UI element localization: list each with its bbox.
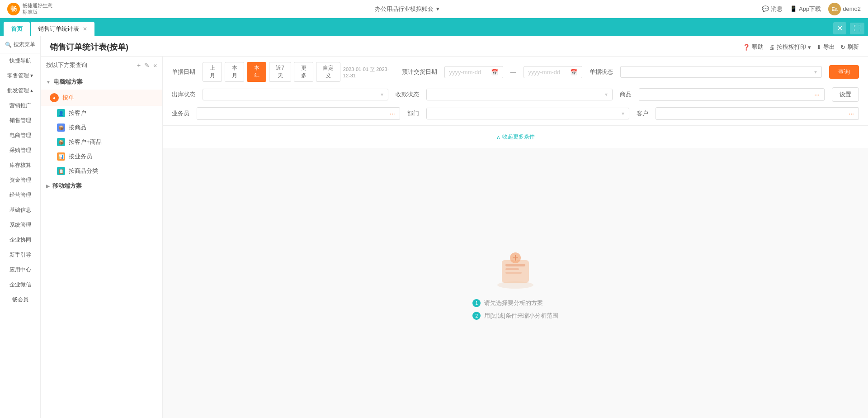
sidebar-item-wechat[interactable]: 企业微信 — [0, 277, 40, 292]
sidebar-item-finance[interactable]: 资金管理 — [0, 173, 40, 188]
date-btn-custom[interactable]: 自定义 — [316, 62, 340, 82]
dropdown-icon[interactable]: ▾ — [436, 5, 439, 12]
sidebar-search[interactable]: 🔍 搜索菜单 — [0, 36, 40, 53]
by-salesperson-label: 按业务员 — [69, 152, 92, 161]
empty-hint-1: 1 请先选择要分析的方案 — [472, 299, 558, 307]
sidebar-item-quick-nav[interactable]: 快捷导航 — [0, 53, 40, 68]
sidebar-item-inventory[interactable]: 库存核算 — [0, 158, 40, 173]
expected-date-label: 预计交货日期 — [402, 68, 437, 76]
purchase-label: 采购管理 — [9, 147, 31, 154]
customer-label: 客户 — [637, 109, 648, 118]
sidebar-item-purchase[interactable]: 采购管理 — [0, 143, 40, 158]
help-btn[interactable]: ❓ 帮助 — [743, 43, 764, 51]
expected-date-to[interactable]: yyyy-mm-dd 📅 — [524, 66, 582, 78]
sidebar-item-enterprise[interactable]: 企业协同 — [0, 233, 40, 247]
sidebar-item-system[interactable]: 系统管理 — [0, 218, 40, 233]
query-btn[interactable]: 查询 — [829, 65, 859, 79]
tree-item-by-salesperson[interactable]: 📊 按业务员 — [41, 149, 162, 164]
logo-area: 畅 畅捷通好生意 标准版 — [7, 3, 52, 15]
export-icon: ⬇ — [816, 44, 821, 51]
sidebar-item-sales[interactable]: 销售管理 — [0, 113, 40, 128]
salesperson-dots[interactable]: ··· — [390, 110, 395, 117]
print-dropdown-icon[interactable]: ▾ — [808, 44, 811, 51]
empty-text: 1 请先选择要分析的方案 2 用[过滤]条件来缩小分析范围 — [472, 299, 558, 320]
tree-item-by-order[interactable]: ● 按单 — [41, 90, 162, 106]
main-layout: 🔍 搜索菜单 快捷导航 零售管理 ▾ 批发管理 ▴ 营销推广 销售管理 电商管理… — [0, 36, 868, 418]
tree-item-by-customer-product[interactable]: 📦 按客户+商品 — [41, 135, 162, 149]
refresh-btn[interactable]: ↻ 刷新 — [840, 43, 859, 51]
sidebar-item-retail[interactable]: 零售管理 ▾ — [0, 68, 40, 83]
date-btn-this-year[interactable]: 本年 — [247, 62, 266, 82]
tree-mobile-solutions[interactable]: ▶ 移动端方案 — [41, 178, 162, 194]
settings-btn[interactable]: 设置 — [832, 87, 859, 102]
sidebar-item-marketing[interactable]: 营销推广 — [0, 98, 40, 113]
sales-label: 销售管理 — [9, 117, 31, 124]
tab-close-all-btn[interactable]: ✕ — [833, 22, 846, 34]
basic-label: 基础信息 — [9, 206, 31, 214]
refresh-label: 刷新 — [847, 43, 859, 51]
page-actions: ❓ 帮助 🖨 按模板打印 ▾ ⬇ 导出 ↻ 刷新 — [743, 43, 859, 51]
tab-sales-order-stat[interactable]: 销售订单统计表 ✕ — [31, 22, 94, 36]
salesperson-select[interactable]: ··· — [197, 107, 400, 120]
sidebar-item-member[interactable]: 畅会员 — [0, 292, 40, 307]
sidebar-item-apps[interactable]: 应用中心 — [0, 262, 40, 277]
date-separator: — — [510, 69, 516, 76]
status-arrow-icon: ▾ — [814, 69, 817, 75]
date-btn-more[interactable]: 更多 — [294, 62, 313, 82]
customer-select[interactable]: ··· — [656, 107, 859, 120]
empty-hint-2: 2 用[过滤]条件来缩小分析范围 — [472, 312, 558, 320]
search-menu-btn[interactable]: 🔍 搜索菜单 — [4, 41, 37, 48]
filter-row-1: 单据日期 上月 本月 本年 近7天 更多 自定义 2023-01-01 至 20… — [172, 62, 859, 82]
message-btn[interactable]: 💬 消息 — [762, 5, 783, 13]
inventory-label: 库存核算 — [9, 162, 31, 169]
by-order-icon: ● — [50, 93, 59, 102]
payment-select[interactable]: ▾ — [426, 89, 612, 100]
right-content: 单据日期 上月 本月 本年 近7天 更多 自定义 2023-01-01 至 20… — [163, 57, 868, 418]
guide-label: 新手引导 — [9, 251, 31, 259]
user-area[interactable]: Ea demo2 — [828, 3, 861, 15]
system-label: 系统管理 — [9, 221, 31, 229]
tree-pc-solutions[interactable]: ▼ 电脑端方案 — [41, 74, 162, 90]
print-btn[interactable]: 🖨 按模板打印 ▾ — [769, 43, 811, 51]
tab-home[interactable]: 首页 — [4, 22, 30, 36]
department-select[interactable]: ▾ — [426, 108, 630, 119]
refresh-icon: ↻ — [840, 44, 845, 51]
tree-item-by-category[interactable]: 📋 按商品分类 — [41, 164, 162, 178]
product-select[interactable]: ··· — [639, 88, 825, 101]
empty-hint-2-text: 用[过滤]条件来缩小分析范围 — [484, 312, 558, 320]
add-plan-btn[interactable]: + — [137, 62, 141, 69]
collapse-btn[interactable]: ∧ 收起更多条件 — [489, 129, 542, 144]
topbar-center[interactable]: 办公用品行业模拟账套 ▾ — [375, 5, 439, 13]
tree-item-by-customer[interactable]: 👤 按客户 — [41, 106, 162, 120]
expected-date-to-placeholder: yyyy-mm-dd — [528, 69, 561, 76]
tab-home-label: 首页 — [11, 25, 23, 33]
sidebar-item-guide[interactable]: 新手引导 — [0, 247, 40, 262]
tree-mobile-expand-icon: ▶ — [46, 184, 50, 189]
tab-expand-btn[interactable]: ⛶ — [850, 23, 864, 34]
status-select[interactable]: ▾ — [620, 66, 822, 78]
sidebar-item-wholesale[interactable]: 批发管理 ▴ — [0, 83, 40, 98]
sidebar-item-ecommerce[interactable]: 电商管理 — [0, 128, 40, 143]
delivery-select[interactable]: ▾ — [203, 89, 388, 100]
empty-step-1: 1 — [472, 299, 481, 307]
customer-dots[interactable]: ··· — [849, 110, 854, 117]
date-btn-last-7[interactable]: 近7天 — [269, 62, 291, 82]
page-title: 销售订单统计表(按单) — [50, 42, 128, 52]
collapse-panel-btn[interactable]: « — [153, 62, 157, 69]
status-label: 单据状态 — [590, 68, 613, 76]
export-btn[interactable]: ⬇ 导出 — [816, 43, 835, 51]
by-salesperson-icon: 📊 — [57, 152, 65, 161]
date-btn-this-month[interactable]: 本月 — [225, 62, 244, 82]
collapse-row: ∧ 收起更多条件 — [163, 126, 868, 148]
tab-close-icon[interactable]: ✕ — [83, 26, 87, 32]
date-btn-last-month[interactable]: 上月 — [203, 62, 222, 82]
calendar-icon-2: 📅 — [570, 69, 577, 76]
edit-plan-btn[interactable]: ✎ — [144, 62, 150, 69]
app-download-btn[interactable]: 📱 App下载 — [790, 5, 821, 13]
product-dots[interactable]: ··· — [814, 91, 820, 98]
expected-date-from[interactable]: yyyy-mm-dd 📅 — [444, 66, 503, 78]
sidebar-item-basic[interactable]: 基础信息 — [0, 203, 40, 218]
tree-item-by-product[interactable]: 📦 按商品 — [41, 120, 162, 135]
sidebar-item-operations[interactable]: 经营管理 — [0, 188, 40, 203]
print-label: 按模板打印 — [777, 43, 806, 51]
